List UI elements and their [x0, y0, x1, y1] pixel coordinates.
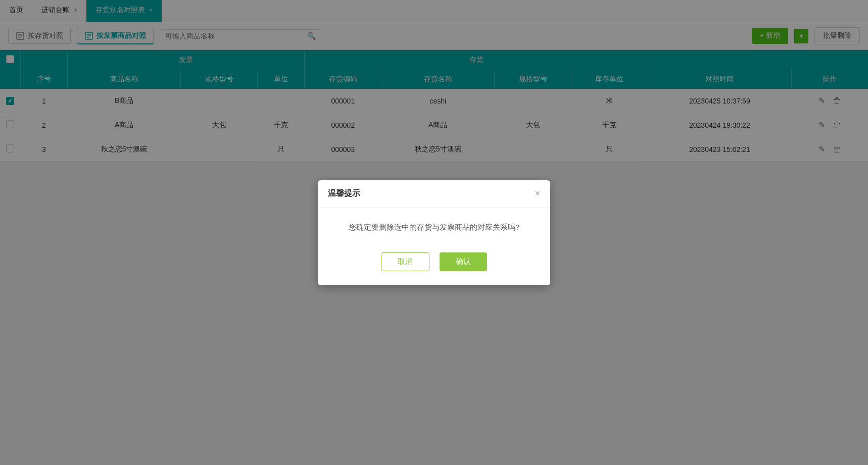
dialog-overlay: 温馨提示 × 您确定要删除选中的存货与发票商品的对应关系吗? 取消 确认	[0, 0, 868, 162]
